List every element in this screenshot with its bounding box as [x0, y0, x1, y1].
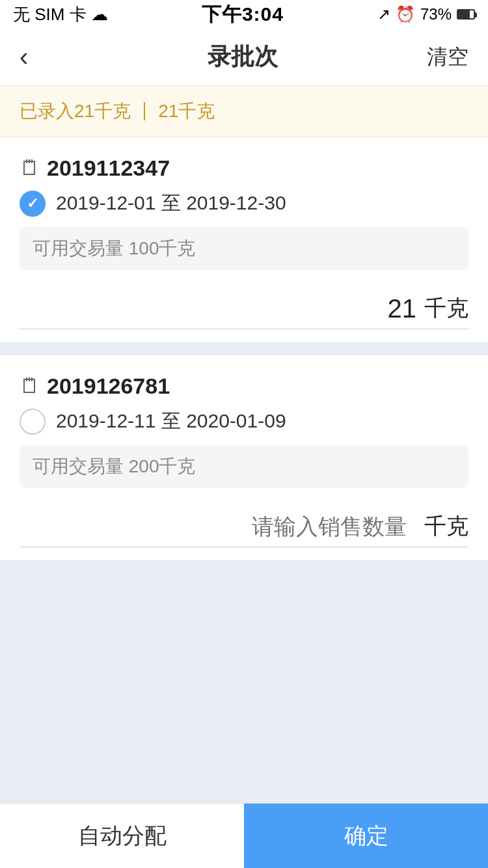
batch-id-1: 2019112347	[47, 156, 170, 181]
batch-id-icon-2: 🗒	[20, 374, 40, 398]
batch-id-icon-1: 🗒	[20, 156, 40, 180]
status-time: 下午3:04	[202, 1, 284, 28]
location-icon: ↗	[377, 5, 390, 23]
input-row-2[interactable]: 千克	[0, 501, 488, 541]
alarm-icon: ⏰	[396, 5, 415, 23]
clear-button[interactable]: 清空	[427, 43, 468, 72]
batch-id-2: 2019126781	[47, 373, 170, 399]
qty-unit-1: 千克	[424, 293, 468, 323]
status-bar: 无 SIM 卡 ☁ 下午3:04 ↗ ⏰ 73%	[0, 0, 488, 29]
qty-row-1: 21 千克	[0, 283, 488, 323]
available-qty-2: 可用交易量 200千克	[20, 445, 468, 488]
batch-card-1: 🗒 2019112347 2019-12-01 至 2019-12-30 可用交…	[0, 137, 488, 342]
batch-date-1: 2019-12-01 至 2019-12-30	[56, 190, 286, 217]
batch-date-2: 2019-12-11 至 2020-01-09	[56, 408, 286, 435]
amount-text: 21千克	[158, 99, 215, 124]
batch-date-row-2: 2019-12-11 至 2020-01-09	[20, 408, 468, 435]
batch-header-2: 🗒 2019126781	[20, 373, 468, 399]
battery-text: 73%	[420, 5, 452, 23]
batch-header-1: 🗒 2019112347	[20, 156, 468, 181]
confirm-button[interactable]: 确定	[244, 804, 488, 868]
page-title: 录批次	[208, 41, 278, 73]
qty-value-1: 21	[388, 294, 417, 323]
batch-item-1: 🗒 2019112347 2019-12-01 至 2019-12-30 可用交…	[0, 137, 488, 270]
info-divider	[144, 102, 145, 120]
input-unit-2: 千克	[424, 511, 468, 541]
batch-item-2: 🗒 2019126781 2019-12-11 至 2020-01-09 可用交…	[0, 355, 488, 488]
battery-icon	[457, 9, 475, 20]
radio-2[interactable]	[20, 409, 46, 435]
batch-date-row-1: 2019-12-01 至 2019-12-30	[20, 190, 468, 217]
section-divider	[0, 342, 488, 355]
auto-distribute-button[interactable]: 自动分配	[0, 804, 244, 868]
status-right: ↗ ⏰ 73%	[377, 5, 475, 23]
batch-card-2: 🗒 2019126781 2019-12-11 至 2020-01-09 可用交…	[0, 355, 488, 560]
bottom-bar: 自动分配 确定	[0, 803, 488, 868]
qty-input-2[interactable]	[20, 514, 416, 539]
gray-area	[0, 560, 488, 807]
nav-bar: ‹ 录批次 清空	[0, 29, 488, 86]
info-bar: 已录入21千克 21千克	[0, 86, 488, 137]
status-left: 无 SIM 卡 ☁	[13, 3, 108, 26]
back-button[interactable]: ‹	[20, 42, 59, 72]
radio-1[interactable]	[20, 191, 46, 217]
no-sim-text: 无 SIM 卡 ☁	[13, 3, 108, 26]
available-qty-1: 可用交易量 100千克	[20, 227, 468, 270]
recorded-text: 已录入21千克	[20, 99, 131, 124]
